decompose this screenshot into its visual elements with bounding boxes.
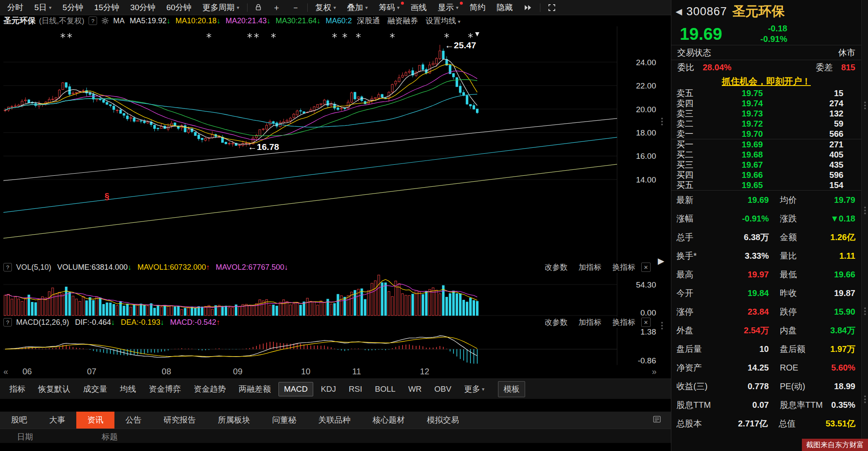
indicator-更多[interactable]: 更多▾ [459, 382, 490, 397]
help-icon[interactable]: ? [89, 17, 97, 25]
tab-大事[interactable]: 大事 [38, 412, 76, 429]
scrollbar-grip[interactable] [862, 307, 868, 315]
macd-close-icon[interactable]: ✕ [641, 318, 651, 327]
tab-公告[interactable]: 公告 [114, 412, 153, 429]
macd-legend-1: DEA:-0.193↓ [121, 318, 164, 327]
tab-所属板块[interactable]: 所属板块 [207, 412, 261, 429]
toolbar-period-15min[interactable]: 15分钟 [89, 0, 125, 15]
macd-action-2[interactable]: 换指标 [612, 317, 635, 327]
toolbar-adjust-mode[interactable]: 复权▾ [310, 0, 342, 15]
indicator-恢复默认[interactable]: 恢复默认 [33, 382, 75, 397]
scroll-right-button[interactable]: » [652, 367, 657, 376]
toolbar-period-realtime[interactable]: 分时 [2, 0, 29, 15]
indicator-资金博弈[interactable]: 资金博弈 [144, 382, 186, 397]
stat-row-换手*: 换手*3.33%量比1.11 [671, 246, 861, 265]
tab-关联品种[interactable]: 关联品种 [307, 412, 362, 429]
open-account-link[interactable]: 抓住机会，即刻开户！ [671, 75, 861, 88]
toolbar-draw-line[interactable]: 画线 [405, 0, 432, 15]
tab-研究报告[interactable]: 研究报告 [153, 412, 207, 429]
scrollbar-grip[interactable] [862, 207, 868, 214]
stat-row-最新: 最新19.69均价19.79 [671, 191, 861, 209]
vol-help-icon[interactable]: ? [3, 263, 12, 271]
volume-chart[interactable]: 54.300.00 [0, 273, 671, 317]
tab-资讯[interactable]: 资讯 [76, 412, 114, 429]
candlestick-chart[interactable]: 24.0022.0020.0018.0016.0014.00←25.47←16.… [0, 26, 671, 262]
news-list-icon[interactable] [653, 415, 661, 425]
indicator-WR[interactable]: WR [403, 382, 427, 396]
indicator-资金趋势[interactable]: 资金趋势 [189, 382, 231, 397]
news-table-header: 日期 标题 [0, 429, 671, 443]
buy-row-5[interactable]: 买五19.65154 [671, 180, 861, 190]
toolbar-zoom-out-button[interactable]: － [286, 0, 305, 15]
indicator-OBV[interactable]: OBV [429, 382, 456, 396]
scroll-left-button[interactable]: « [3, 367, 8, 376]
expand-panel-icon[interactable]: ▶ [658, 256, 664, 266]
indicator-模板[interactable]: 模板 [498, 381, 525, 397]
weicha-value: 815 [841, 63, 855, 72]
vol-actions: 改参数加指标换指标 [545, 262, 635, 272]
indicator-两融差额[interactable]: 两融差额 [234, 382, 276, 397]
buy-row-2[interactable]: 买二19.68405 [671, 149, 861, 160]
tab-核心题材[interactable]: 核心题材 [362, 412, 416, 429]
indicator-BOLL[interactable]: BOLL [370, 382, 401, 396]
price-change: -0.18 [760, 23, 787, 34]
panel-resize-handle[interactable] [659, 322, 665, 329]
indicator-MACD[interactable]: MACD [278, 382, 313, 396]
gear-icon[interactable] [101, 17, 109, 25]
toolbar-hide[interactable]: 隐藏 [491, 0, 518, 15]
sell-row-1[interactable]: 卖一19.70566 [671, 129, 861, 139]
toolbar-lock-icon[interactable] [250, 0, 267, 15]
toolbar-fast-forward-icon[interactable] [518, 0, 538, 15]
indicator-均线[interactable]: 均线 [115, 382, 141, 397]
ma-setting-button[interactable]: 设置均线▾ [426, 16, 460, 26]
indicator-KDJ[interactable]: KDJ [316, 382, 341, 396]
buy-row-3[interactable]: 买三19.67435 [671, 160, 861, 170]
tab-股吧[interactable]: 股吧 [0, 412, 38, 429]
right-scrollbar[interactable] [861, 0, 868, 451]
toolbar-simple-mode[interactable]: 简约 [464, 0, 491, 15]
toolbar-chips[interactable]: 筹码▾ [373, 0, 405, 15]
bottom-tab-bar: 股吧大事资讯公告研究报告所属板块问董秘关联品种核心题材模拟交易 [0, 412, 671, 429]
toolbar-overlay[interactable]: 叠加▾ [342, 0, 373, 15]
price-change-pct: -0.91% [760, 34, 787, 44]
tab-模拟交易[interactable]: 模拟交易 [416, 412, 470, 429]
macd-action-0[interactable]: 改参数 [545, 317, 568, 327]
toolbar-period-30min[interactable]: 30分钟 [125, 0, 161, 15]
buy-row-1[interactable]: 买一19.69271 [671, 139, 861, 149]
sell-row-5[interactable]: 卖五19.7515 [671, 88, 861, 98]
collapse-panel-icon[interactable]: ◀ [676, 6, 682, 17]
sell-row-3[interactable]: 卖三19.73132 [671, 108, 861, 119]
legend-link-0[interactable]: 深股通 [357, 17, 380, 25]
indicator-成交量[interactable]: 成交量 [78, 382, 112, 397]
month-label-08: 08 [162, 367, 171, 376]
vol-action-2[interactable]: 换指标 [612, 262, 635, 272]
toolbar-period-5day[interactable]: 5日▾ [29, 0, 57, 15]
ma-legend-4: MA60:2 [326, 17, 352, 25]
tab-问董秘[interactable]: 问董秘 [261, 412, 307, 429]
toolbar-period-60min[interactable]: 60分钟 [161, 0, 197, 15]
toolbar-display[interactable]: 显示▾ [432, 0, 464, 15]
panel-resize-handle[interactable] [659, 118, 665, 125]
toolbar-period-5min[interactable]: 5分钟 [57, 0, 89, 15]
indicator-指标[interactable]: 指标 [4, 382, 31, 397]
weibi-row: 委比 28.04% 委差 815 [671, 60, 861, 75]
sell-row-4[interactable]: 卖四19.74274 [671, 98, 861, 108]
vol-action-1[interactable]: 加指标 [579, 262, 601, 272]
buy-row-4[interactable]: 买四19.66596 [671, 170, 861, 180]
stat-row-盘后量: 盘后量10盘后额1.97万 [671, 340, 861, 358]
indicator-RSI[interactable]: RSI [344, 382, 367, 396]
high-annotation: ←25.47 [445, 40, 476, 50]
scrollbar-grip[interactable] [862, 102, 868, 109]
legend-link-1[interactable]: 融资融券 [387, 17, 418, 25]
toolbar-fullscreen-icon[interactable] [542, 0, 561, 15]
toolbar-zoom-in-button[interactable]: ＋ [267, 0, 286, 15]
scrollbar-grip[interactable] [862, 396, 868, 403]
vol-action-0[interactable]: 改参数 [545, 262, 568, 272]
ma-legend-3: MA30:21.64↓ [275, 17, 320, 25]
macd-help-icon[interactable]: ? [3, 318, 12, 326]
sell-row-2[interactable]: 卖二19.7259 [671, 119, 861, 129]
macd-chart[interactable]: 1.38-0.86 [0, 328, 671, 365]
toolbar-more-periods[interactable]: 更多周期▾ [197, 0, 245, 15]
macd-action-1[interactable]: 加指标 [579, 317, 601, 327]
vol-close-icon[interactable]: ✕ [641, 263, 651, 272]
